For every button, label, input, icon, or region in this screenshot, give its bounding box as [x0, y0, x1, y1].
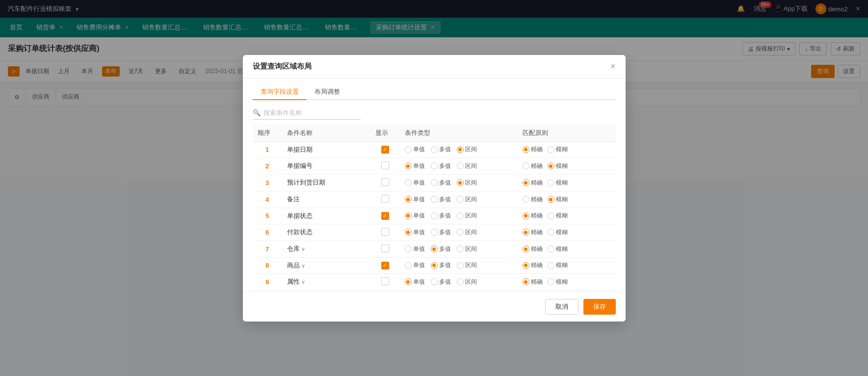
radio-label: 精确 [531, 179, 543, 181]
radio-dot-icon [405, 162, 412, 169]
type-radio-type_range[interactable]: 区间 [457, 162, 477, 170]
radio-label: 区间 [465, 179, 477, 181]
col-header-order: 顺序 [253, 125, 282, 142]
radio-dot-icon [457, 146, 464, 153]
radio-dot-icon [523, 146, 529, 153]
cell-name: 预计到货日期 [282, 174, 370, 181]
table-row: 1单据日期单值多值区间精确模糊 [253, 141, 616, 158]
radio-dot-icon [548, 179, 554, 181]
modal-table-scroll: 顺序 条件名称 显示 条件类型 匹配原则 1单据日期单值多值区间精确模糊2单据编… [253, 125, 616, 181]
match-radio-match_exact[interactable]: 精确 [523, 145, 543, 154]
cell-display[interactable] [370, 174, 400, 181]
type-radio-type_multi[interactable]: 多值 [431, 179, 451, 181]
radio-label: 精确 [531, 162, 543, 170]
radio-dot-icon [431, 146, 438, 153]
radio-dot-icon [523, 179, 529, 181]
radio-label: 多值 [439, 179, 451, 181]
tab-layout-adjust[interactable]: 布局调整 [307, 84, 348, 100]
modal-search: 🔍 [253, 106, 361, 120]
radio-label: 单值 [413, 179, 425, 181]
type-radio-type_single[interactable]: 单值 [405, 145, 425, 154]
modal-body: 查询字段设置 布局调整 🔍 顺序 条件名称 显示 条件类型 [243, 79, 626, 181]
cell-match: 精确模糊 [518, 174, 616, 181]
cell-order: 3 [253, 174, 282, 181]
match-radio-group: 精确模糊 [523, 145, 611, 154]
radio-label: 多值 [439, 145, 451, 154]
modal-table: 顺序 条件名称 显示 条件类型 匹配原则 1单据日期单值多值区间精确模糊2单据编… [253, 125, 616, 181]
cell-match: 精确模糊 [518, 141, 616, 158]
display-checkbox[interactable] [381, 161, 389, 169]
radio-label: 区间 [465, 145, 477, 154]
radio-label: 模糊 [556, 145, 568, 154]
table-header-row: 顺序 条件名称 显示 条件类型 匹配原则 [253, 125, 616, 142]
type-radio-group: 单值多值区间 [405, 162, 513, 170]
type-radio-type_single[interactable]: 单值 [405, 162, 425, 170]
display-checkbox[interactable] [381, 146, 389, 154]
table-row: 3预计到货日期单值多值区间精确模糊 [253, 174, 616, 181]
modal-header: 设置查询区域布局 × [243, 55, 626, 79]
cell-type: 单值多值区间 [400, 174, 518, 181]
modal-close-button[interactable]: × [610, 62, 616, 71]
match-radio-group: 精确模糊 [523, 162, 611, 170]
cell-name: 单据编号 [282, 158, 370, 174]
radio-dot-icon [405, 179, 412, 181]
radio-label: 多值 [439, 162, 451, 170]
modal-overlay: 设置查询区域布局 × 查询字段设置 布局调整 🔍 顺序 [0, 0, 868, 181]
tab-query-fields[interactable]: 查询字段设置 [253, 84, 307, 100]
col-header-name: 条件名称 [282, 125, 370, 142]
cell-name: 单据日期 [282, 141, 370, 158]
cell-order: 1 [253, 141, 282, 158]
match-radio-group: 精确模糊 [523, 179, 611, 181]
table-row: 2单据编号单值多值区间精确模糊 [253, 158, 616, 174]
match-radio-match_fuzzy[interactable]: 模糊 [548, 162, 568, 170]
cell-type: 单值多值区间 [400, 141, 518, 158]
cell-type: 单值多值区间 [400, 158, 518, 174]
radio-label: 单值 [413, 145, 425, 154]
col-header-match: 匹配原则 [518, 125, 616, 142]
col-header-type: 条件类型 [400, 125, 518, 142]
table-head: 顺序 条件名称 显示 条件类型 匹配原则 [253, 125, 616, 142]
radio-dot-icon [548, 162, 554, 169]
modal-title: 设置查询区域布局 [253, 62, 312, 71]
type-radio-group: 单值多值区间 [405, 179, 513, 181]
radio-dot-icon [405, 146, 412, 153]
radio-label: 精确 [531, 145, 543, 154]
radio-dot-icon [457, 179, 464, 181]
cell-match: 精确模糊 [518, 158, 616, 174]
display-checkbox[interactable] [381, 178, 389, 181]
search-icon: 🔍 [253, 109, 261, 116]
radio-label: 模糊 [556, 162, 568, 170]
radio-dot-icon [523, 162, 529, 169]
cell-display[interactable] [370, 158, 400, 174]
table-body: 1单据日期单值多值区间精确模糊2单据编号单值多值区间精确模糊3预计到货日期单值多… [253, 141, 616, 181]
type-radio-group: 单值多值区间 [405, 145, 513, 154]
radio-dot-icon [431, 162, 438, 169]
settings-modal: 设置查询区域布局 × 查询字段设置 布局调整 🔍 顺序 [243, 55, 626, 181]
match-radio-match_fuzzy[interactable]: 模糊 [548, 179, 568, 181]
radio-dot-icon [457, 162, 464, 169]
type-radio-type_multi[interactable]: 多值 [431, 145, 451, 154]
type-radio-type_range[interactable]: 区间 [457, 145, 477, 154]
type-radio-type_multi[interactable]: 多值 [431, 162, 451, 170]
type-radio-type_range[interactable]: 区间 [457, 179, 477, 181]
modal-tabs: 查询字段设置 布局调整 [253, 79, 616, 100]
radio-label: 模糊 [556, 179, 568, 181]
match-radio-match_fuzzy[interactable]: 模糊 [548, 145, 568, 154]
cell-order: 2 [253, 158, 282, 174]
type-radio-type_single[interactable]: 单值 [405, 179, 425, 181]
col-header-display: 显示 [370, 125, 400, 142]
cell-display[interactable] [370, 141, 400, 158]
radio-dot-icon [548, 146, 554, 153]
radio-label: 区间 [465, 162, 477, 170]
match-radio-match_exact[interactable]: 精确 [523, 162, 543, 170]
radio-label: 单值 [413, 162, 425, 170]
search-input[interactable] [261, 108, 361, 117]
radio-dot-icon [431, 179, 438, 181]
match-radio-match_exact[interactable]: 精确 [523, 179, 543, 181]
